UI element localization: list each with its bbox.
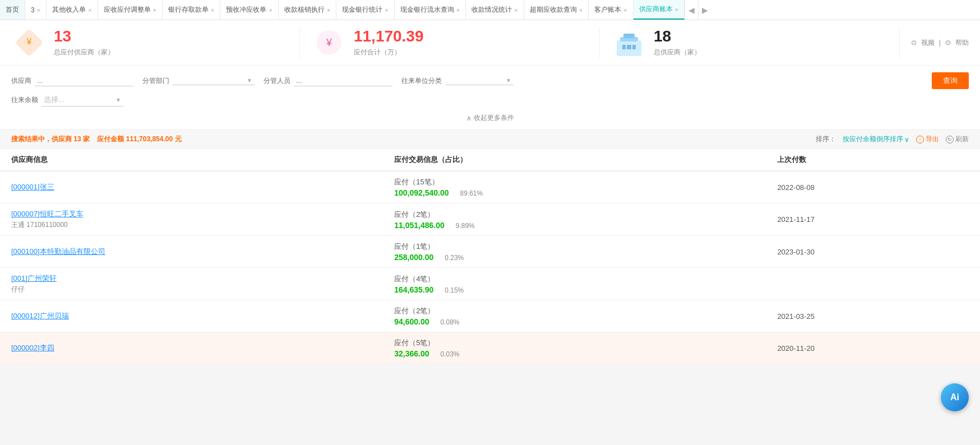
collapse-icon: ∧ (466, 114, 471, 122)
stat-text-total-suppliers: 18 总供应商（家） (654, 28, 886, 57)
nav-tab-overdue-ar-close[interactable]: × (579, 7, 583, 13)
transaction-cell-3: 应付（4笔） 164,635.90 0.15% (394, 274, 777, 294)
nav-tab-customer-ledger-close[interactable]: × (623, 7, 627, 13)
export-label: 导出 (926, 135, 939, 144)
filter-department-label: 分管部门 (142, 76, 169, 86)
filter-person: 分管人员 (264, 75, 392, 86)
export-button[interactable]: ↑ 导出 (916, 135, 939, 144)
supplier-link-4[interactable]: [000012]广州贝瑞 (11, 311, 394, 321)
filter-category: 往来单位分类 ▼ (401, 76, 514, 86)
svg-text:¥: ¥ (26, 37, 32, 47)
collapse-bar[interactable]: ∧ 收起更多条件 (11, 111, 969, 125)
nav-tab-cash-bank-stats-close[interactable]: × (385, 7, 388, 13)
nav-tab-supplier-ledger-close[interactable]: × (675, 6, 678, 13)
nav-tab-cash-bank-flow[interactable]: 现金银行流水查询 × (395, 0, 466, 20)
filter-department: 分管部门 ▼ (142, 76, 255, 86)
balance-placeholder: 选择... (44, 95, 64, 105)
stat-label-total-suppliers: 总供应商（家） (654, 48, 886, 57)
balance-select[interactable]: 选择... ▼ (41, 94, 123, 106)
video-link[interactable]: 视频 (921, 38, 935, 48)
supplier-link-3[interactable]: [001]广州荣轩 (11, 274, 394, 284)
stat-number-ap-suppliers: 13 (54, 28, 286, 45)
transaction-label-3: 应付（4笔） (394, 274, 777, 284)
last-payment-5: 2020-11-20 (777, 344, 969, 353)
stats-row: ¥ 13 总应付供应商（家） ¥ 11,170.39 应付合计（万） (0, 20, 980, 66)
table-row: [000002]李四 应付（5笔） 32,366.00 0.03% 2020-1… (0, 332, 980, 364)
supplier-link-5[interactable]: [000002]李四 (11, 343, 394, 353)
transaction-percent-5: 0.03% (440, 350, 459, 358)
result-info: 搜索结果中，供应商 13 家 应付金额 111,703,854.00 元 (11, 135, 182, 144)
supplier-link-1[interactable]: [000007]恒旺二手叉车 (11, 209, 394, 219)
top-right-links: ⊙ 视频 | ⊙ 帮助 (900, 38, 980, 48)
nav-tab-bank-deposit[interactable]: 银行存取款单 × (163, 0, 220, 20)
stat-block-ap-suppliers: ¥ 13 总应付供应商（家） (0, 27, 300, 58)
stat-label-ap-suppliers: 总应付供应商（家） (54, 48, 286, 57)
result-amount: 111,703,854.00 (126, 135, 173, 143)
transaction-amount-0: 100,092,540.00 (394, 188, 449, 197)
nav-tab-supplier-ledger[interactable]: 供应商账本 × (634, 0, 685, 20)
nav-tab-overdue-ar[interactable]: 超期应收款查询 × (524, 0, 589, 20)
table-row: [000007]恒旺二手叉车 王通 17106110000 应付（2笔） 11,… (0, 203, 980, 236)
header-supplier-info: 供应商信息 (11, 155, 394, 165)
transaction-label-4: 应付（2笔） (394, 306, 777, 316)
nav-tab-collection-stats[interactable]: 收款情况统计 × (466, 0, 524, 20)
nav-tab-ap-adjustment-close[interactable]: × (153, 7, 156, 13)
separator: | (939, 39, 941, 47)
refresh-icon: ↻ (946, 136, 954, 143)
supplier-link-0[interactable]: [000001]张三 (11, 182, 394, 192)
nav-next-arrow[interactable]: ▶ (698, 0, 711, 20)
nav-tab-3[interactable]: 3 × (25, 0, 47, 20)
nav-tab-cash-bank-stats-label: 现金银行统计 (342, 5, 382, 15)
stat-block-total-suppliers: 18 总供应商（家） (600, 27, 900, 58)
nav-tab-prepayment[interactable]: 预收冲应收单 × (220, 0, 278, 20)
header-last-payment: 上次付数 (777, 155, 969, 165)
nav-tab-prepayment-close[interactable]: × (269, 7, 272, 13)
nav-tab-other-income-close[interactable]: × (88, 7, 91, 13)
transaction-percent-2: 0.23% (445, 254, 464, 262)
nav-tab-ap-adjustment[interactable]: 应收应付调整单 × (98, 0, 163, 20)
supplier-cell-1: [000007]恒旺二手叉车 王通 17106110000 (11, 209, 394, 230)
nav-tab-customer-ledger[interactable]: 客户账本 × (589, 0, 633, 20)
nav-tab-home[interactable]: 首页 (0, 0, 25, 20)
refresh-button[interactable]: ↻ 刷新 (946, 135, 969, 144)
supplier-sub-1: 王通 17106110000 (11, 220, 394, 230)
nav-tab-other-income-label: 其他收入单 (52, 5, 86, 15)
supplier-cell-2: [000100]本特勤油品有限公司 (11, 247, 394, 257)
result-count-unit: 家 (83, 135, 90, 143)
transaction-percent-0: 89.61% (460, 189, 483, 197)
department-select[interactable]: ▼ (173, 76, 255, 85)
transaction-amount-5: 32,366.00 (394, 349, 429, 358)
supplier-link-2[interactable]: [000100]本特勤油品有限公司 (11, 247, 394, 257)
last-payment-0: 2022-08-08 (777, 183, 969, 192)
nav-tab-cash-bank-stats[interactable]: 现金银行统计 × (336, 0, 394, 20)
filter-row-1: 供应商 分管部门 ▼ 分管人员 往来单位分类 ▼ 查询 (11, 72, 969, 89)
last-payment-1: 2021-11-17 (777, 215, 969, 224)
transaction-amount-4: 94,600.00 (394, 317, 429, 326)
table-header: 供应商信息 应付交易信息（占比） 上次付数 (0, 149, 980, 171)
help-link[interactable]: 帮助 (955, 38, 969, 48)
category-select[interactable]: ▼ (445, 76, 514, 85)
transaction-cell-2: 应付（1笔） 258,000.00 0.23% (394, 242, 777, 262)
svg-rect-8 (627, 45, 631, 49)
nav-prev-arrow[interactable]: ◀ (685, 0, 698, 20)
stat-number-ap-total: 11,170.39 (354, 28, 586, 45)
nav-tab-3-close[interactable]: × (37, 7, 40, 13)
sort-btn-label: 按应付余额倒序排序 (843, 135, 903, 144)
stat-label-ap-total: 应付合计（万） (354, 48, 586, 57)
nav-tab-other-income[interactable]: 其他收入单 × (47, 0, 98, 20)
nav-tab-collection[interactable]: 收款核销执行 × (279, 0, 336, 20)
transaction-amount-3: 164,635.90 (394, 285, 433, 294)
nav-tab-cash-bank-flow-label: 现金银行流水查询 (400, 5, 454, 15)
nav-tab-prepayment-label: 预收冲应收单 (226, 5, 266, 15)
nav-tab-collection-close[interactable]: × (327, 7, 330, 13)
nav-tab-bank-deposit-close[interactable]: × (211, 7, 214, 13)
nav-tab-cash-bank-flow-close[interactable]: × (456, 7, 460, 13)
nav-tab-collection-stats-close[interactable]: × (514, 7, 517, 13)
supplier-cell-3: [001]广州荣轩 仔仔 (11, 274, 394, 294)
sort-button[interactable]: 按应付余额倒序排序 ∨ (843, 135, 909, 144)
transaction-cell-4: 应付（2笔） 94,600.00 0.08% (394, 306, 777, 326)
supplier-input[interactable] (35, 75, 133, 86)
query-button[interactable]: 查询 (932, 72, 969, 89)
person-input[interactable] (294, 75, 392, 86)
svg-text:¥: ¥ (326, 37, 332, 48)
